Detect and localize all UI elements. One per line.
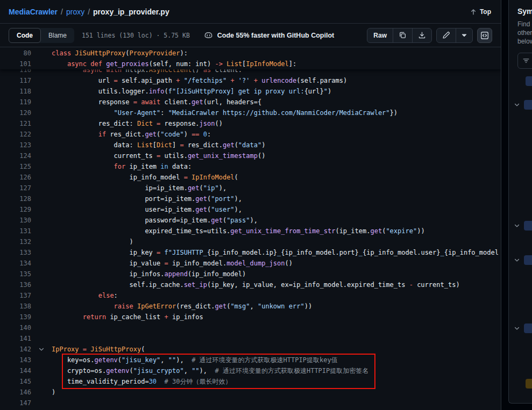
line-number[interactable]: 130 xyxy=(0,215,31,226)
copy-icon xyxy=(399,31,407,39)
chevron-down-icon[interactable] xyxy=(514,325,520,332)
line-number[interactable]: 142 xyxy=(0,344,31,355)
line-number[interactable]: 139 xyxy=(0,312,31,322)
sticky-code-header: 80class JiSuHttpProxy(ProxyProvider):101… xyxy=(0,47,501,69)
line-number[interactable]: 136 xyxy=(0,279,31,290)
code-editor: 80class JiSuHttpProxy(ProxyProvider):101… xyxy=(0,47,501,410)
breadcrumb-separator: / xyxy=(61,8,63,16)
symbol-chip[interactable] xyxy=(524,323,532,333)
code-line: 142IpProxy = JiSuHttpProxy( xyxy=(0,344,501,355)
code-line: 147 xyxy=(0,398,501,408)
raw-button[interactable]: Raw xyxy=(367,28,393,42)
line-number[interactable]: 126 xyxy=(0,172,31,183)
line-number[interactable]: 120 xyxy=(0,107,31,118)
code-line: 133 ip_key = f"JISUHTTP_{ip_info_model.i… xyxy=(0,247,501,258)
breadcrumb: MediaCrawler / proxy / proxy_ip_provider… xyxy=(0,0,501,24)
file-stats: 151 lines (130 loc) · 5.75 KB xyxy=(82,32,190,39)
line-number[interactable]: 131 xyxy=(0,226,31,236)
symbol-chip[interactable] xyxy=(524,255,532,265)
line-number[interactable]: 122 xyxy=(0,129,31,140)
pencil-icon xyxy=(442,31,450,39)
breadcrumb-file-name: proxy_ip_provider.py xyxy=(93,8,169,16)
symbols-panel-description: Find definitions and references for func… xyxy=(517,20,532,46)
symbol-chip[interactable] xyxy=(524,100,532,110)
chevron-down-icon[interactable] xyxy=(514,222,520,229)
line-number[interactable]: 123 xyxy=(0,140,31,150)
line-number[interactable]: 128 xyxy=(0,193,31,204)
symbol-chip[interactable] xyxy=(526,76,532,86)
code-line-content: for ip_item in data: xyxy=(52,161,501,172)
symbol-tree-row[interactable] xyxy=(509,220,532,232)
fold-gutter xyxy=(31,75,52,86)
line-number[interactable]: 138 xyxy=(0,301,31,312)
symbols-panel-title: Symbols xyxy=(517,7,532,16)
line-number[interactable]: 146 xyxy=(0,387,31,398)
line-number[interactable]: 144 xyxy=(0,365,31,376)
symbol-tree-row[interactable] xyxy=(509,378,532,390)
line-number[interactable]: 101 xyxy=(0,59,31,69)
filter-symbols-box[interactable] xyxy=(517,53,532,69)
code-line: 141 xyxy=(0,333,501,344)
line-number[interactable]: 129 xyxy=(0,204,31,215)
line-number[interactable]: 124 xyxy=(0,150,31,161)
line-number[interactable]: 145 xyxy=(0,376,31,387)
line-number[interactable]: 135 xyxy=(0,269,31,279)
tab-code[interactable]: Code xyxy=(9,28,41,43)
code-line: 126 ip_info_model = IpInfoModel( xyxy=(0,172,501,183)
copilot-banner[interactable]: Code 55% faster with GitHub Copilot xyxy=(204,31,334,40)
breadcrumb-repo-link[interactable]: MediaCrawler xyxy=(9,8,58,16)
fold-gutter xyxy=(31,172,52,183)
line-number[interactable]: 133 xyxy=(0,247,31,258)
code-line-content: raise IpGetError(res_dict.get("msg", "un… xyxy=(52,301,501,312)
line-number[interactable]: 117 xyxy=(0,75,31,86)
code-line-content: response = await client.get(url, headers… xyxy=(52,97,501,107)
line-number[interactable]: 118 xyxy=(0,86,31,97)
line-number[interactable]: 132 xyxy=(0,236,31,247)
fold-gutter xyxy=(31,387,52,398)
line-number[interactable]: 134 xyxy=(0,258,31,269)
fold-gutter xyxy=(31,290,52,301)
line-number[interactable]: 147 xyxy=(0,398,31,408)
symbol-tree-row[interactable] xyxy=(509,322,532,334)
tab-blame[interactable]: Blame xyxy=(41,28,74,43)
code-line: 134 ip_value = ip_info_model.model_dump_… xyxy=(0,258,501,269)
breadcrumb-folder-link[interactable]: proxy xyxy=(66,8,84,16)
line-number[interactable]: 141 xyxy=(0,333,31,344)
code-line-content: class JiSuHttpProxy(ProxyProvider): xyxy=(52,48,501,59)
edit-dropdown-button[interactable] xyxy=(456,28,472,42)
scroll-to-top-button[interactable]: Top xyxy=(470,8,492,16)
download-raw-button[interactable] xyxy=(412,28,431,42)
symbol-tree-row[interactable] xyxy=(509,99,532,111)
code-line: 143 key=os.getenv("jisu_key", ""), # 通过环… xyxy=(0,355,501,365)
line-number[interactable]: 127 xyxy=(0,183,31,193)
edit-file-button[interactable] xyxy=(437,28,456,42)
symbol-chip[interactable] xyxy=(526,379,532,389)
arrow-up-icon xyxy=(470,8,477,16)
chevron-down-icon[interactable] xyxy=(514,257,520,263)
fold-gutter xyxy=(31,322,52,333)
code-line: 101 async def get_proxies(self, num: int… xyxy=(0,59,501,69)
breadcrumb-separator: / xyxy=(88,8,90,16)
line-number[interactable]: 137 xyxy=(0,290,31,301)
line-number[interactable]: 121 xyxy=(0,118,31,129)
code-lines: 116 async with httpx.AsyncClient() as cl… xyxy=(0,64,501,408)
toolbar-actions: Raw xyxy=(367,28,492,43)
line-number[interactable]: 119 xyxy=(0,97,31,107)
code-line-content: ip_key = f"JISUHTTP_{ip_info_model.ip}_{… xyxy=(52,247,501,258)
code-line: 140 xyxy=(0,322,501,333)
line-number[interactable]: 80 xyxy=(0,48,31,59)
fold-chevron-icon[interactable] xyxy=(38,346,45,353)
fold-gutter xyxy=(31,236,52,247)
code-line-content: ) xyxy=(52,387,501,398)
copy-raw-button[interactable] xyxy=(393,28,412,42)
symbol-tree-row[interactable] xyxy=(509,254,532,266)
line-number[interactable]: 125 xyxy=(0,161,31,172)
chevron-down-icon[interactable] xyxy=(514,102,520,108)
symbols-panel-toggle[interactable] xyxy=(477,28,492,43)
symbol-chip[interactable] xyxy=(524,221,532,231)
line-number[interactable]: 143 xyxy=(0,355,31,365)
code-line-content: user=ip_item.get("user"), xyxy=(52,204,501,215)
symbol-tree-row[interactable] xyxy=(509,75,532,87)
code-line: 117 url = self.api_path + "/fetchips" + … xyxy=(0,75,501,86)
line-number[interactable]: 140 xyxy=(0,322,31,333)
